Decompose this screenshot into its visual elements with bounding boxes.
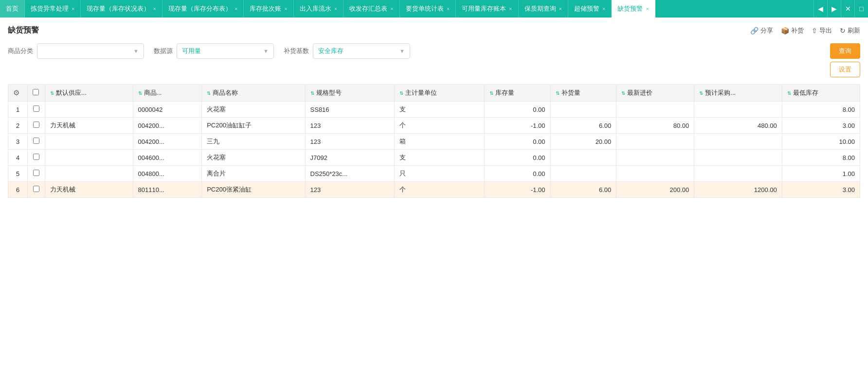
row-checkbox-cell[interactable] (28, 150, 45, 166)
row-checkbox[interactable] (33, 138, 39, 144)
th-est-purchase[interactable]: ⇅ 预计采购... (694, 85, 782, 102)
close-icon[interactable]: × (72, 6, 74, 12)
row-checkbox-cell[interactable] (28, 166, 45, 182)
close-icon[interactable]: × (559, 6, 562, 12)
row-stock: 0.00 (484, 150, 550, 166)
datasource-select[interactable]: 可用量 ▼ (177, 43, 274, 59)
row-product-name: PC200油缸缸子 (202, 118, 305, 134)
row-replenish-qty (550, 102, 616, 118)
replenish-action[interactable]: 📦 补货 (781, 26, 804, 35)
tab-close-current[interactable]: ✕ (841, 0, 854, 18)
sort-icon: ⇅ (556, 90, 560, 96)
datasource-label: 数据源 (154, 47, 173, 55)
row-product-name: 火花塞 (202, 150, 305, 166)
tab-maximize[interactable]: □ (854, 0, 868, 18)
th-unit[interactable]: ⇅ 主计量单位 (395, 85, 485, 102)
th-product-name[interactable]: ⇅ 商品名称 (202, 85, 305, 102)
refresh-action[interactable]: ↻ 刷新 (840, 26, 860, 35)
close-icon[interactable]: × (390, 6, 393, 12)
row-unit: 个 (395, 182, 485, 198)
row-spec: 123 (305, 134, 395, 150)
th-settings[interactable]: ⚙ (8, 85, 28, 102)
row-est-purchase (694, 102, 782, 118)
row-spec: DS250*23c... (305, 166, 395, 182)
tab-nav-buttons: ◀ ▶ ✕ □ (814, 0, 868, 18)
th-product-code[interactable]: ⇅ 商品... (133, 85, 202, 102)
tab-stock-status[interactable]: 现存量（库存状况表） × (81, 0, 162, 18)
row-checkbox[interactable] (33, 170, 39, 176)
row-est-purchase: 480.00 (694, 118, 782, 134)
close-icon[interactable]: × (235, 6, 237, 12)
row-product-code: 004200... (133, 118, 202, 134)
tab-bar: 首页 拣货异常处理 × 现存量（库存状况表） × 现存量（库存分布表） × 库存… (0, 0, 868, 18)
sort-icon: ⇅ (399, 90, 403, 96)
row-supplier (45, 102, 133, 118)
tab-scroll-right[interactable]: ▶ (827, 0, 841, 18)
tab-stock-dist[interactable]: 现存量（库存分布表） × (163, 0, 244, 18)
tab-scroll-left[interactable]: ◀ (814, 0, 827, 18)
row-product-code: 004800... (133, 166, 202, 182)
row-checkbox-cell[interactable] (28, 118, 45, 134)
table-row: 4 004600... 火花塞 J7092 支 0.00 8.00 (8, 150, 860, 166)
chevron-down-icon: ▼ (263, 48, 269, 54)
tab-batch[interactable]: 库存批次账 × (244, 0, 293, 18)
close-icon[interactable]: × (447, 6, 450, 12)
replenish-icon: 📦 (781, 27, 789, 35)
row-checkbox[interactable] (33, 106, 39, 112)
tab-inout[interactable]: 出入库流水 × (294, 0, 344, 18)
table-row: 2 力天机械 004200... PC200油缸缸子 123 个 -1.00 6… (8, 118, 860, 134)
row-latest-price: 200.00 (616, 182, 694, 198)
category-filter-group: 商品分类 ▼ (8, 43, 144, 59)
row-product-name: PC200张紧油缸 (202, 182, 305, 198)
main-content: 缺货预警 🔗 分享 📦 补货 ⇧ 导出 ↻ 刷新 商品分类 (0, 18, 868, 387)
category-select[interactable]: ▼ (37, 43, 144, 59)
row-product-name: 火花塞 (202, 102, 305, 118)
row-latest-price: 80.00 (616, 118, 694, 134)
row-checkbox-cell[interactable] (28, 182, 45, 198)
row-supplier (45, 150, 133, 166)
export-action[interactable]: ⇧ 导出 (812, 26, 832, 35)
row-stock: -1.00 (484, 118, 550, 134)
row-latest-price (616, 102, 694, 118)
share-action[interactable]: 🔗 分享 (750, 26, 773, 35)
close-icon[interactable]: × (284, 6, 287, 12)
settings-button[interactable]: 设置 (830, 62, 860, 77)
tab-exception[interactable]: 拣货异常处理 × (25, 0, 81, 18)
tab-shortage[interactable]: 缺货预警 × (612, 0, 655, 18)
th-latest-price[interactable]: ⇅ 最新进价 (616, 85, 694, 102)
row-checkbox-cell[interactable] (28, 102, 45, 118)
row-checkbox[interactable] (33, 122, 39, 128)
replenish-select[interactable]: 安全库存 ▼ (313, 43, 410, 59)
th-min-stock[interactable]: ⇅ 最低库存 (782, 85, 860, 102)
row-checkbox[interactable] (33, 154, 39, 160)
close-icon[interactable]: × (334, 6, 337, 12)
sort-icon: ⇅ (50, 90, 54, 96)
tab-summary[interactable]: 收发存汇总表 × (344, 0, 399, 18)
row-number: 4 (8, 150, 28, 166)
query-button[interactable]: 查询 (830, 43, 860, 59)
tab-expiry[interactable]: 保质期查询 × (519, 0, 568, 18)
th-spec[interactable]: ⇅ 规格型号 (305, 85, 395, 102)
table-row: 1 0000042 火花塞 SS816 支 0.00 8.00 (8, 102, 860, 118)
th-replenish-qty[interactable]: ⇅ 补货量 (550, 85, 616, 102)
select-all-checkbox[interactable] (33, 89, 39, 95)
sort-icon: ⇅ (489, 90, 493, 96)
tab-available[interactable]: 可用量库存账本 × (456, 0, 518, 18)
row-checkbox-cell[interactable] (28, 134, 45, 150)
filter-actions: 查询 设置 (830, 43, 860, 77)
th-stock[interactable]: ⇅ 库存量 (484, 85, 550, 102)
close-icon[interactable]: × (646, 6, 649, 12)
close-icon[interactable]: × (509, 6, 512, 12)
th-checkbox[interactable] (28, 85, 45, 102)
tab-overstock[interactable]: 超储预警 × (568, 0, 612, 18)
row-checkbox[interactable] (33, 186, 39, 192)
settings-icon[interactable]: ⚙ (13, 88, 19, 97)
table-row: 3 004200... 三九 123 箱 0.00 20.00 10.00 (8, 134, 860, 150)
close-icon[interactable]: × (602, 6, 605, 12)
category-label: 商品分类 (8, 47, 33, 55)
tab-order-stats[interactable]: 要货单统计表 × (400, 0, 456, 18)
th-supplier[interactable]: ⇅ 默认供应... (45, 85, 133, 102)
close-icon[interactable]: × (153, 6, 156, 12)
chevron-down-icon: ▼ (399, 48, 405, 54)
tab-home[interactable]: 首页 (0, 0, 25, 18)
